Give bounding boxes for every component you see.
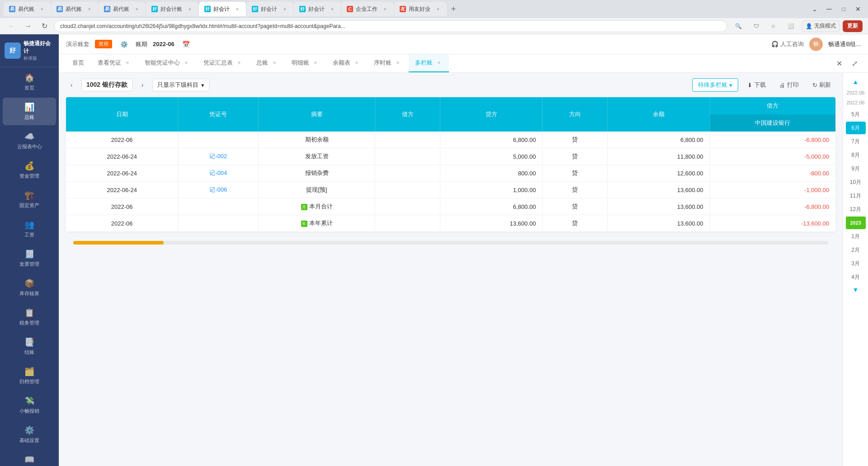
cell-voucher-2[interactable]: 记-002 bbox=[178, 148, 259, 165]
tab-smart-voucher[interactable]: 智能凭证中心 × bbox=[138, 54, 196, 72]
download-button[interactable]: ⬇ 下载 bbox=[743, 79, 770, 91]
tab-detail-ledger[interactable]: 明细账 × bbox=[285, 54, 326, 72]
tab-journal[interactable]: 序时账 × bbox=[368, 54, 408, 72]
tab-home[interactable]: 首页 bbox=[66, 54, 90, 72]
sidebar-item-invoice[interactable]: 🧾 发票管理 bbox=[3, 245, 56, 272]
tab-voucher-summary-close[interactable]: × bbox=[236, 59, 243, 66]
sidebar-item-inventory[interactable]: 📦 库存核算 bbox=[3, 274, 56, 301]
voucher-link-3[interactable]: 记-004 bbox=[209, 169, 227, 176]
maximize-button[interactable]: □ bbox=[837, 3, 850, 15]
month-item-6[interactable]: 6月 bbox=[846, 122, 866, 134]
sub-filter-dropdown[interactable]: 只显示下级科目 ▾ bbox=[152, 79, 209, 91]
url-input[interactable]: cloud2.chanjet.com/accounting/uh26t264j5… bbox=[54, 20, 727, 32]
sidebar-item-tax[interactable]: 📋 税务管理 bbox=[3, 303, 56, 331]
star-icon-btn[interactable]: ☆ bbox=[766, 20, 780, 33]
tab-general-ledger[interactable]: 总账 × bbox=[250, 54, 284, 72]
sidebar-item-cloud-report[interactable]: ☁️ 云报表中心 bbox=[3, 127, 56, 155]
special-ledger-button[interactable]: 特殊多栏账 ▾ bbox=[692, 78, 738, 92]
reload-button[interactable]: ↻ bbox=[38, 20, 51, 33]
tab-4-close[interactable]: × bbox=[187, 6, 193, 12]
sidebar-item-settings[interactable]: ⚙️ 基础设置 bbox=[3, 421, 56, 448]
browser-tab-9[interactable]: 友 用友好业 × bbox=[394, 2, 447, 16]
tab-view-voucher[interactable]: 查看凭证 × bbox=[91, 54, 137, 72]
prev-account-button[interactable]: ‹ bbox=[66, 80, 77, 90]
sidebar-item-salary[interactable]: 👥 工资 bbox=[3, 215, 56, 243]
minimize-button[interactable]: ─ bbox=[823, 3, 835, 15]
tab-view-voucher-close[interactable]: × bbox=[124, 59, 131, 66]
tab-8-close[interactable]: × bbox=[382, 6, 388, 12]
sidebar-item-expense[interactable]: 💸 小畅报销 bbox=[3, 391, 56, 419]
shield-icon-btn[interactable]: 🛡 bbox=[749, 20, 764, 33]
tab-3-close[interactable]: × bbox=[134, 6, 140, 12]
month-item-5[interactable]: 5月 bbox=[846, 108, 866, 121]
consult-button[interactable]: 🎧 人工咨询 bbox=[771, 40, 804, 48]
month-item-8[interactable]: 8月 bbox=[846, 149, 866, 161]
sidebar-item-fund[interactable]: 💰 资金管理 bbox=[3, 156, 56, 184]
browser-tab-2[interactable]: 易 易代账 × bbox=[51, 2, 98, 16]
month-item-2[interactable]: 2月 bbox=[846, 244, 866, 256]
settings-gear-icon[interactable]: ⚙️ bbox=[118, 38, 130, 51]
new-tab-button[interactable]: + bbox=[447, 3, 460, 15]
tab-smart-voucher-close[interactable]: × bbox=[183, 59, 190, 66]
tab-5-close[interactable]: × bbox=[234, 6, 241, 12]
account-selector[interactable]: 1002 银行存款 bbox=[81, 79, 132, 91]
sidebar-item-fixed-assets[interactable]: 🏗️ 固定资产 bbox=[3, 186, 56, 213]
month-item-3[interactable]: 3月 bbox=[846, 257, 866, 270]
tab-list-button[interactable]: ⌄ bbox=[808, 3, 821, 15]
sidebar-item-home[interactable]: 🏠 首页 bbox=[3, 68, 56, 96]
browser-tab-8[interactable]: C 企业工作 × bbox=[341, 2, 394, 16]
calendar-icon[interactable]: 📅 bbox=[180, 38, 193, 51]
forward-button[interactable]: → bbox=[22, 20, 34, 33]
close-window-button[interactable]: ✕ bbox=[852, 3, 864, 15]
print-button[interactable]: 🖨 打印 bbox=[775, 79, 803, 91]
browser-tab-3[interactable]: 易 易代账 × bbox=[99, 2, 146, 16]
tab-7-close[interactable]: × bbox=[329, 6, 335, 12]
tab-2-close[interactable]: × bbox=[86, 6, 93, 12]
panel-down-arrow[interactable]: ▼ bbox=[850, 284, 861, 295]
search-icon-btn[interactable]: 🔍 bbox=[731, 20, 746, 33]
sidebar-item-guide[interactable]: 📖 新手引导 bbox=[3, 450, 56, 466]
horizontal-scrollbar[interactable] bbox=[73, 241, 828, 245]
sidebar-item-ledger[interactable]: 📊 总账 bbox=[3, 98, 56, 125]
month-item-7[interactable]: 7月 bbox=[846, 135, 866, 148]
close-panel-button[interactable]: ✕ bbox=[833, 57, 845, 70]
tab-6-close[interactable]: × bbox=[282, 6, 288, 12]
month-item-10[interactable]: 10月 bbox=[846, 176, 866, 188]
month-item-11[interactable]: 11月 bbox=[846, 189, 866, 202]
month-item-4[interactable]: 4月 bbox=[846, 271, 866, 283]
tab-multi-column-close[interactable]: × bbox=[435, 59, 443, 66]
month-item-9[interactable]: 9月 bbox=[846, 162, 866, 175]
month-item-12[interactable]: 12月 bbox=[846, 203, 866, 216]
panel-up-arrow[interactable]: ▲ bbox=[850, 76, 861, 87]
back-button[interactable]: ← bbox=[5, 20, 18, 33]
browser-tab-5[interactable]: 好 好会计 × bbox=[199, 2, 246, 16]
tab-9-close[interactable]: × bbox=[435, 6, 441, 12]
expand-panel-button[interactable]: ⤢ bbox=[848, 57, 861, 70]
refresh-button[interactable]: ↻ 刷新 bbox=[808, 79, 835, 91]
tab-balance-close[interactable]: × bbox=[353, 59, 360, 66]
tab-balance[interactable]: 余额表 × bbox=[326, 54, 367, 72]
voucher-link-4[interactable]: 记-006 bbox=[209, 186, 227, 193]
browser-tab-4[interactable]: 好 好会计账 × bbox=[146, 2, 198, 16]
month-item-1[interactable]: 1月 bbox=[846, 230, 866, 243]
update-button[interactable]: 更新 bbox=[843, 20, 863, 32]
cell-voucher-3[interactable]: 记-004 bbox=[178, 165, 259, 182]
wuhen-mode-btn[interactable]: 👤 无痕模式 bbox=[802, 20, 840, 32]
cell-voucher-4[interactable]: 记-006 bbox=[178, 182, 259, 198]
tab-1-close[interactable]: × bbox=[39, 6, 45, 12]
tab-detail-ledger-close[interactable]: × bbox=[312, 59, 319, 66]
demo-badge[interactable]: 禁用 bbox=[95, 40, 112, 48]
tab-journal-close[interactable]: × bbox=[394, 59, 401, 66]
sidebar-item-close-account[interactable]: 📑 结账 bbox=[3, 333, 56, 360]
next-account-button[interactable]: › bbox=[137, 80, 148, 90]
browser-tab-7[interactable]: 好 好会计 × bbox=[294, 2, 341, 16]
nav-tabs: 首页 查看凭证 × 智能凭证中心 × 凭证汇总表 × 总账 × 明细账 × bbox=[59, 54, 868, 73]
browser-tab-6[interactable]: 好 好会计 × bbox=[246, 2, 293, 16]
sidebar-item-archive[interactable]: 🗂️ 归档管理 bbox=[3, 362, 56, 390]
tab-general-ledger-close[interactable]: × bbox=[271, 59, 278, 66]
browser-tab-1[interactable]: 易 易代账 × bbox=[4, 2, 51, 16]
tab-multi-column[interactable]: 多栏账 × bbox=[409, 54, 449, 72]
voucher-link-2[interactable]: 记-002 bbox=[209, 153, 227, 160]
tablet-icon-btn[interactable]: ⬜ bbox=[783, 20, 799, 33]
tab-voucher-summary[interactable]: 凭证汇总表 × bbox=[197, 54, 249, 72]
